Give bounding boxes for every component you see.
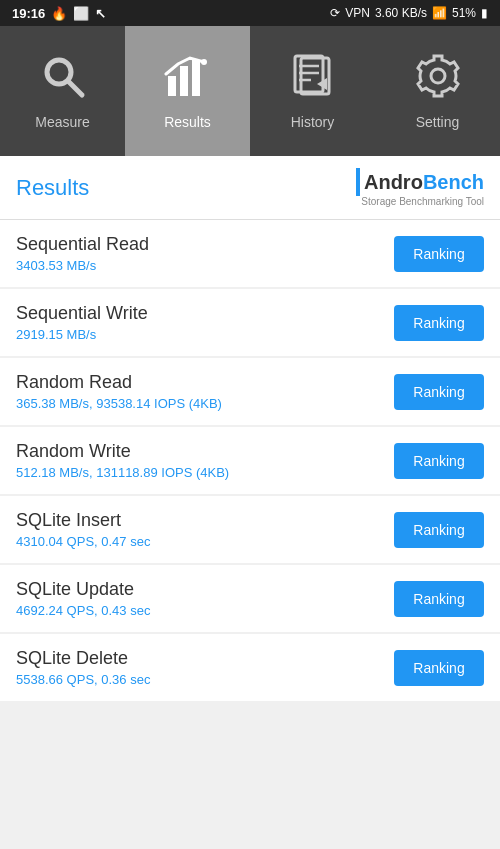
vpn-label: VPN — [345, 6, 370, 20]
ranking-button[interactable]: Ranking — [394, 512, 484, 548]
ranking-button[interactable]: Ranking — [394, 305, 484, 341]
svg-line-1 — [68, 81, 82, 95]
tab-setting-label: Setting — [416, 114, 460, 130]
benchmark-row: SQLite Insert4310.04 QPS, 0.47 secRankin… — [0, 496, 500, 563]
cursor-icon: ↖ — [95, 6, 106, 21]
tab-measure[interactable]: Measure — [0, 26, 125, 156]
chart-icon — [164, 52, 212, 106]
bench-name: SQLite Update — [16, 579, 150, 600]
wifi-icon: 📶 — [432, 6, 447, 20]
brand-name: AndroBench — [356, 168, 484, 196]
tab-history-label: History — [291, 114, 335, 130]
svg-rect-2 — [168, 76, 176, 96]
bench-info: Random Write512.18 MB/s, 131118.89 IOPS … — [16, 441, 229, 480]
status-right: ⟳ VPN 3.60 KB/s 📶 51% ▮ — [330, 6, 488, 20]
bench-info: Sequential Write2919.15 MB/s — [16, 303, 148, 342]
results-header: Results AndroBench Storage Benchmarking … — [0, 156, 500, 220]
bench-value: 365.38 MB/s, 93538.14 IOPS (4KB) — [16, 396, 222, 411]
bench-value: 4310.04 QPS, 0.47 sec — [16, 534, 150, 549]
tab-bar: Measure Results History — [0, 26, 500, 156]
flame-icon: 🔥 — [51, 6, 67, 21]
gear-icon — [414, 52, 462, 106]
bench-info: SQLite Insert4310.04 QPS, 0.47 sec — [16, 510, 150, 549]
battery-label: 51% — [452, 6, 476, 20]
brand-second: Bench — [423, 171, 484, 194]
svg-point-5 — [201, 59, 207, 65]
ranking-button[interactable]: Ranking — [394, 443, 484, 479]
cast-icon: ⬜ — [73, 6, 89, 21]
svg-rect-3 — [180, 66, 188, 96]
benchmark-row: Random Read365.38 MB/s, 93538.14 IOPS (4… — [0, 358, 500, 425]
results-title: Results — [16, 175, 89, 201]
brand-sub: Storage Benchmarking Tool — [361, 196, 484, 207]
benchmark-row: Random Write512.18 MB/s, 131118.89 IOPS … — [0, 427, 500, 494]
bench-value: 5538.66 QPS, 0.36 sec — [16, 672, 150, 687]
tab-history[interactable]: History — [250, 26, 375, 156]
ranking-button[interactable]: Ranking — [394, 581, 484, 617]
bench-name: Sequential Write — [16, 303, 148, 324]
benchmark-list: Sequential Read3403.53 MB/sRankingSequen… — [0, 220, 500, 701]
status-time: 19:16 — [12, 6, 45, 21]
benchmark-row: SQLite Delete5538.66 QPS, 0.36 secRankin… — [0, 634, 500, 701]
ranking-button[interactable]: Ranking — [394, 374, 484, 410]
bench-value: 2919.15 MB/s — [16, 327, 148, 342]
bench-value: 512.18 MB/s, 131118.89 IOPS (4KB) — [16, 465, 229, 480]
brand-logo: AndroBench Storage Benchmarking Tool — [356, 168, 484, 207]
tab-results-label: Results — [164, 114, 211, 130]
bench-value: 3403.53 MB/s — [16, 258, 149, 273]
ranking-button[interactable]: Ranking — [394, 650, 484, 686]
status-bar: 19:16 🔥 ⬜ ↖ ⟳ VPN 3.60 KB/s 📶 51% ▮ — [0, 0, 500, 26]
benchmark-row: SQLite Update4692.24 QPS, 0.43 secRankin… — [0, 565, 500, 632]
bench-info: Random Read365.38 MB/s, 93538.14 IOPS (4… — [16, 372, 222, 411]
status-left: 19:16 🔥 ⬜ ↖ — [12, 6, 106, 21]
tab-measure-label: Measure — [35, 114, 89, 130]
ranking-button[interactable]: Ranking — [394, 236, 484, 272]
tab-results[interactable]: Results — [125, 26, 250, 156]
bench-name: Random Read — [16, 372, 222, 393]
bench-name: Sequential Read — [16, 234, 149, 255]
search-icon — [39, 52, 87, 106]
bench-name: SQLite Delete — [16, 648, 150, 669]
bench-name: Random Write — [16, 441, 229, 462]
history-icon — [289, 52, 337, 106]
bench-info: SQLite Delete5538.66 QPS, 0.36 sec — [16, 648, 150, 687]
brand-first: Andro — [364, 171, 423, 194]
vpn-icon: ⟳ — [330, 6, 340, 20]
brand-blue-bar — [356, 168, 360, 196]
svg-point-12 — [431, 69, 445, 83]
benchmark-row: Sequential Read3403.53 MB/sRanking — [0, 220, 500, 287]
tab-setting[interactable]: Setting — [375, 26, 500, 156]
bench-info: Sequential Read3403.53 MB/s — [16, 234, 149, 273]
bench-info: SQLite Update4692.24 QPS, 0.43 sec — [16, 579, 150, 618]
benchmark-row: Sequential Write2919.15 MB/sRanking — [0, 289, 500, 356]
speed-label: 3.60 KB/s — [375, 6, 427, 20]
bench-value: 4692.24 QPS, 0.43 sec — [16, 603, 150, 618]
svg-rect-4 — [192, 60, 200, 96]
bench-name: SQLite Insert — [16, 510, 150, 531]
battery-icon: ▮ — [481, 6, 488, 20]
